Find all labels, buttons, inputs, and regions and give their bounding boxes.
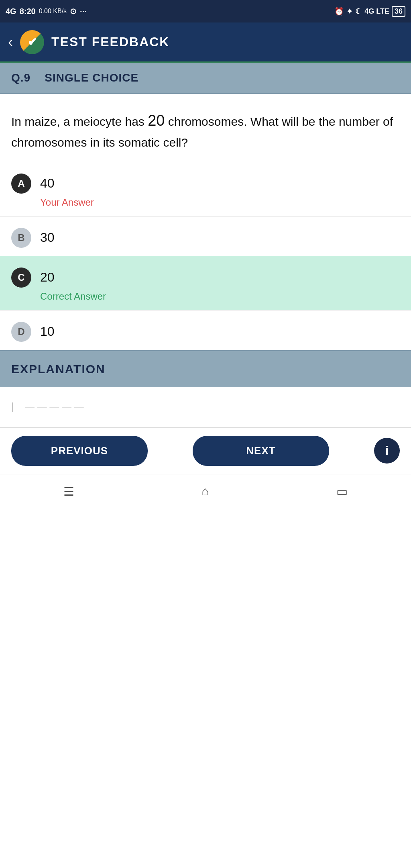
status-left: 4G 8:20 0.00 KB/s ⊙ ···: [6, 6, 87, 16]
option-a[interactable]: A 40 Your Answer: [0, 162, 411, 216]
option-a-row: A 40: [11, 174, 400, 194]
option-b-letter: B: [18, 232, 24, 243]
option-a-letter: A: [18, 178, 24, 189]
option-a-circle: A: [11, 174, 31, 194]
battery-icon: 36: [392, 6, 405, 17]
info-button[interactable]: i: [374, 438, 400, 464]
question-banner: Q.9 SINGLE CHOICE: [0, 63, 411, 94]
page-title: TEST FEEDBACK: [51, 35, 169, 49]
back-chevron-icon: ‹: [8, 35, 13, 49]
option-a-value: 40: [40, 176, 55, 191]
moon-icon: ☾: [355, 7, 362, 16]
option-c-row: C 20: [11, 268, 400, 288]
option-d-value: 10: [40, 324, 55, 339]
status-right: ⏰ ✦ ☾ 4G LTE 36: [334, 6, 405, 17]
time: 8:20: [20, 7, 36, 16]
question-content: In maize, a meiocyte has 20 chromosomes.…: [0, 94, 411, 162]
explanation-banner: EXPLANATION: [0, 350, 411, 387]
option-c-letter: C: [18, 272, 24, 283]
bottom-nav: PREVIOUS NEXT i: [0, 427, 411, 474]
explanation-content: | — — — — —: [0, 387, 411, 427]
option-b-value: 30: [40, 230, 55, 245]
speed: 0.00 KB/s: [39, 8, 67, 15]
logo: ✔: [20, 30, 44, 54]
option-d-row: D 10: [11, 322, 400, 342]
question-number: Q.9: [11, 71, 31, 84]
status-bar: 4G 8:20 0.00 KB/s ⊙ ··· ⏰ ✦ ☾ 4G LTE 36: [0, 0, 411, 22]
wifi-icon: ⊙: [70, 6, 77, 16]
signal-icon: 4G: [6, 7, 16, 16]
option-b-row: B 30: [11, 228, 400, 248]
option-b-circle: B: [11, 228, 31, 248]
option-c-value: 20: [40, 270, 55, 285]
question-label: Q.9 SINGLE CHOICE: [11, 71, 138, 84]
question-text: In maize, a meiocyte has 20 chromosomes.…: [11, 108, 400, 152]
option-c-circle: C: [11, 268, 31, 288]
correct-answer-label-c: Correct Answer: [11, 291, 400, 302]
explanation-text-partial: |: [11, 400, 14, 413]
explanation-title: EXPLANATION: [11, 362, 106, 376]
lte-label: 4G LTE: [364, 7, 389, 16]
back-button[interactable]: ‹: [8, 35, 13, 49]
question-type: SINGLE CHOICE: [45, 71, 138, 84]
option-d[interactable]: D 10: [0, 310, 411, 350]
options-container: A 40 Your Answer B 30 C 20 Correct Answe…: [0, 162, 411, 350]
explanation-text: | — — — — —: [11, 398, 400, 415]
next-button[interactable]: NEXT: [193, 436, 329, 466]
checkmark-icon: ✔: [28, 35, 37, 49]
back-nav-icon[interactable]: ▭: [336, 484, 348, 498]
system-nav-bar: ☰ ⌂ ▭: [0, 474, 411, 506]
alarm-icon: ⏰: [334, 7, 344, 16]
more-icon: ···: [80, 7, 87, 16]
home-icon[interactable]: ⌂: [201, 484, 209, 498]
option-d-letter: D: [18, 326, 24, 337]
option-b[interactable]: B 30: [0, 216, 411, 256]
option-c[interactable]: C 20 Correct Answer: [0, 256, 411, 310]
header: ‹ ✔ TEST FEEDBACK: [0, 22, 411, 63]
option-d-circle: D: [11, 322, 31, 342]
question-text-part1: In maize, a meiocyte has: [11, 115, 148, 128]
explanation-body: — — — — —: [17, 401, 84, 412]
question-number-value: 20: [148, 112, 165, 129]
previous-button[interactable]: PREVIOUS: [11, 436, 148, 466]
your-answer-label-a: Your Answer: [11, 197, 400, 208]
vibrate-icon: ✦: [346, 7, 353, 16]
menu-icon[interactable]: ☰: [63, 484, 74, 498]
